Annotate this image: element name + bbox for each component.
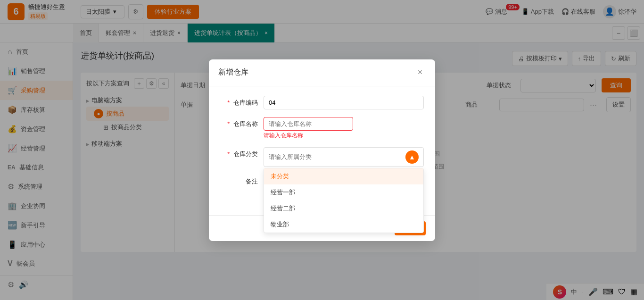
dropdown-item-2[interactable]: 经营二部 <box>264 200 423 217</box>
new-warehouse-modal: 新增仓库 × * 仓库编码 * 仓库名称 <box>209 59 435 241</box>
category-field-wrap: ▲ 未分类 经营一部 经营二部 物业部 <box>264 147 424 167</box>
modal-overlay: 新增仓库 × * 仓库编码 * 仓库名称 <box>0 0 644 300</box>
modal-header: 新增仓库 × <box>209 59 435 86</box>
category-dropdown[interactable]: ▲ <box>264 147 424 167</box>
code-input[interactable] <box>264 96 424 109</box>
note-label: 备注 <box>220 175 258 186</box>
name-error-message: 请输入仓库名称 <box>264 132 424 140</box>
dropdown-item-0[interactable]: 未分类 <box>264 168 423 184</box>
category-label: * 仓库分类 <box>220 147 258 158</box>
name-field-wrap: 请输入仓库名称 <box>264 117 424 140</box>
dropdown-arrow-icon: ▲ <box>405 150 419 164</box>
modal-body: * 仓库编码 * 仓库名称 请输入仓库名称 <box>209 86 435 215</box>
required-star: * <box>227 99 230 106</box>
category-input[interactable] <box>269 153 405 160</box>
category-dropdown-menu: 未分类 经营一部 经营二部 物业部 <box>264 168 424 233</box>
modal-close-button[interactable]: × <box>414 67 426 78</box>
code-label: * 仓库编码 <box>220 96 258 107</box>
form-row-name: * 仓库名称 请输入仓库名称 <box>220 117 424 140</box>
form-row-category: * 仓库分类 ▲ 未分类 经营一部 经营二部 物业部 <box>220 147 424 167</box>
form-row-code: * 仓库编码 <box>220 96 424 109</box>
dropdown-item-1[interactable]: 经营一部 <box>264 184 423 200</box>
dropdown-item-3[interactable]: 物业部 <box>264 217 423 233</box>
name-input[interactable] <box>264 117 353 131</box>
modal-title: 新增仓库 <box>218 67 248 77</box>
name-label: * 仓库名称 <box>220 117 258 128</box>
